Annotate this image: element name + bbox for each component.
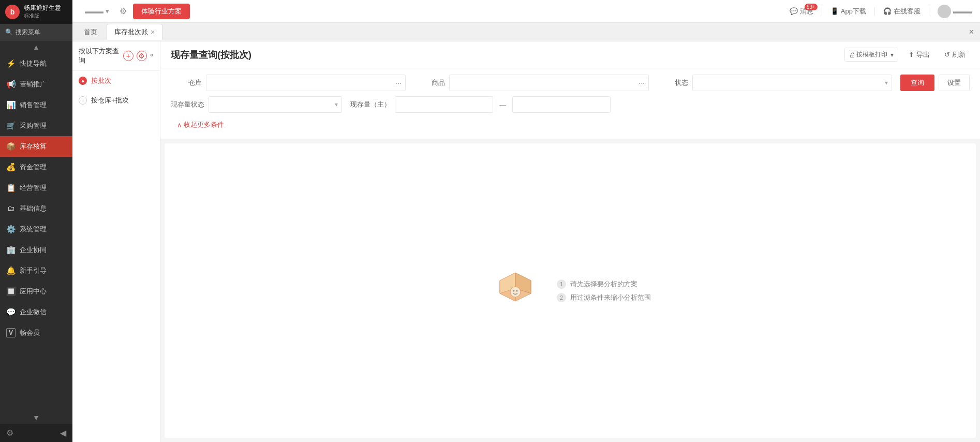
form-row-1: 仓库 ··· 商品 ··· 状态 — [171, 75, 970, 91]
warehouse-input[interactable] — [206, 75, 406, 91]
filter-panel-title: 按以下方案查询 — [79, 47, 123, 65]
topbar-settings-icon[interactable]: ⚙ — [117, 4, 129, 18]
sidebar-footer: ⚙ ◀ — [0, 424, 72, 442]
scroll-up-btn[interactable]: ▲ — [0, 41, 72, 53]
filter-panel-header: 按以下方案查询 + ⚙ « — [72, 41, 160, 71]
sidebar-item-operations[interactable]: 📋 经营管理 — [0, 178, 72, 198]
sidebar-item-marketing[interactable]: 📢 营销推广 — [0, 74, 72, 95]
sidebar-item-label: 企业协同 — [20, 245, 47, 255]
empty-tip-2: 2 用过滤条件来缩小分析范围 — [557, 293, 651, 302]
main-content: 现存量查询(按批次) 🖨 按模板打印 ▾ ⬆ 导出 ↺ 刷新 — [160, 41, 980, 442]
sidebar-item-vip[interactable]: V 畅会员 — [0, 322, 72, 343]
mobile-icon: 📱 — [830, 7, 839, 15]
filter-item-batch[interactable]: ● 按批次 — [72, 71, 160, 91]
form-row-2: 现存量状态 ▾ 现存量（主） — — [171, 96, 970, 113]
marketing-icon: 📢 — [6, 80, 16, 89]
filter-label-batch: 按批次 — [91, 76, 111, 85]
sidebar-item-wechat[interactable]: 💬 企业微信 — [0, 302, 72, 322]
svg-point-6 — [516, 290, 518, 291]
refresh-icon: ↺ — [944, 51, 950, 58]
sidebar-item-purchase[interactable]: 🛒 采购管理 — [0, 115, 72, 136]
tab-close-right-icon[interactable]: × — [967, 25, 976, 39]
app-name: 畅康通好生意 — [24, 4, 61, 12]
experience-btn[interactable]: 体验行业方案 — [133, 4, 190, 19]
print-label: 按模板打印 — [856, 50, 887, 59]
add-filter-btn[interactable]: + — [123, 51, 133, 61]
search-icon: 🔍 — [5, 28, 13, 36]
filter-dot-warehouse-batch: ○ — [79, 96, 87, 105]
tab-home[interactable]: 首页 — [77, 24, 105, 40]
filter-settings-btn[interactable]: ⚙ — [137, 51, 147, 61]
collapse-filter-icon[interactable]: « — [150, 51, 154, 61]
collapse-sidebar-icon[interactable]: ◀ — [60, 428, 66, 438]
app-download-btn[interactable]: 📱 App下载 — [830, 7, 866, 16]
product-more-btn[interactable]: ··· — [639, 79, 645, 87]
main-area: ▬▬▬ ▾ ⚙ 体验行业方案 💬 消息 99+ 📱 App下载 🎧 在线客服 — [72, 0, 980, 442]
sidebar-item-app-center[interactable]: 🔲 应用中心 — [0, 281, 72, 302]
query-btn[interactable]: 查询 — [900, 75, 934, 91]
tabs-bar: 首页 库存批次账 × × — [72, 23, 980, 41]
warehouse-more-btn[interactable]: ··· — [395, 79, 402, 87]
sidebar-item-label: 基础信息 — [20, 204, 47, 213]
filter-item-warehouse-batch[interactable]: ○ 按仓库+批次 — [72, 91, 160, 110]
sidebar-item-label: 系统管理 — [20, 225, 47, 234]
settings-footer-icon[interactable]: ⚙ — [6, 428, 13, 438]
sidebar-item-basic[interactable]: 🗂 基础信息 — [0, 198, 72, 219]
tab-close-icon[interactable]: × — [151, 28, 155, 36]
company-dropdown-icon: ▾ — [106, 7, 109, 15]
purchase-icon: 🛒 — [6, 121, 16, 130]
sidebar-item-label: 新手引导 — [20, 266, 47, 275]
top-bar: ▬▬▬ ▾ ⚙ 体验行业方案 💬 消息 99+ 📱 App下载 🎧 在线客服 — [72, 0, 980, 23]
sidebar-header: b 畅康通好生意 标准版 — [0, 0, 72, 24]
basic-icon: 🗂 — [6, 204, 16, 213]
inventory-amount-max-input[interactable] — [512, 96, 611, 113]
product-input[interactable] — [449, 75, 649, 91]
tab-inventory-batch[interactable]: 库存批次账 × — [107, 24, 162, 40]
sidebar-item-label: 资金管理 — [20, 163, 47, 172]
svg-point-4 — [510, 287, 521, 297]
refresh-btn[interactable]: ↺ 刷新 — [940, 48, 970, 62]
sidebar-item-label: 企业微信 — [20, 307, 47, 317]
sidebar-item-enterprise[interactable]: 🏢 企业协同 — [0, 240, 72, 260]
form-settings-btn[interactable]: 设置 — [939, 75, 970, 91]
sidebar-item-new-guide[interactable]: 🔔 新手引导 — [0, 260, 72, 281]
sidebar: b 畅康通好生意 标准版 🔍 搜索菜单 ▲ ⚡ 快捷导航 📢 营销推广 📊 销售… — [0, 0, 72, 442]
finance-icon: 💰 — [6, 163, 16, 172]
sidebar-item-quick-nav[interactable]: ⚡ 快捷导航 — [0, 53, 72, 74]
page-header: 现存量查询(按批次) 🖨 按模板打印 ▾ ⬆ 导出 ↺ 刷新 — [160, 41, 980, 68]
content-area: 按以下方案查询 + ⚙ « ● 按批次 ○ 按仓库+批次 — [72, 41, 980, 442]
sidebar-item-finance[interactable]: 💰 资金管理 — [0, 157, 72, 178]
new-guide-icon: 🔔 — [6, 266, 16, 275]
status-select[interactable]: 全部 — [692, 75, 892, 91]
operations-icon: 📋 — [6, 183, 16, 193]
export-icon: ⬆ — [909, 51, 914, 58]
filter-dot-batch: ● — [79, 77, 87, 85]
sidebar-item-inventory[interactable]: 📦 库存核算 — [0, 136, 72, 157]
online-support-btn[interactable]: 🎧 在线客服 — [883, 7, 920, 16]
collapse-label: 收起更多条件 — [184, 120, 224, 129]
sidebar-item-system[interactable]: ⚙️ 系统管理 — [0, 219, 72, 240]
scroll-down-btn[interactable]: ▼ — [0, 411, 72, 424]
inventory-status-field: 现存量状态 ▾ — [171, 96, 342, 113]
empty-state: 1 请先选择要分析的方案 2 用过滤条件来缩小分析范围 — [165, 143, 976, 438]
user-menu-btn[interactable]: ▬▬▬ — [938, 5, 972, 18]
company-name: ▬▬▬ — [85, 8, 103, 15]
page-title: 现存量查询(按批次) — [171, 49, 251, 61]
print-template-btn[interactable]: 🖨 按模板打印 ▾ — [844, 48, 898, 62]
search-menu[interactable]: 🔍 搜索菜单 — [0, 24, 72, 41]
sidebar-item-sales[interactable]: 📊 销售管理 — [0, 95, 72, 115]
tab-inventory-batch-label: 库存批次账 — [114, 27, 148, 37]
collapse-more-btn[interactable]: ∧ 收起更多条件 — [171, 117, 970, 132]
inventory-status-select[interactable] — [209, 96, 342, 113]
empty-icon — [489, 265, 541, 317]
company-dropdown[interactable]: ▬▬▬ ▾ — [81, 5, 113, 17]
export-btn[interactable]: ⬆ 导出 — [904, 48, 934, 62]
inventory-amount-field: 现存量（主） — — [350, 96, 611, 113]
search-form: 仓库 ··· 商品 ··· 状态 — [160, 68, 980, 139]
messages-btn[interactable]: 💬 消息 99+ — [790, 7, 813, 16]
inventory-amount-label: 现存量（主） — [350, 100, 391, 109]
warehouse-field: 仓库 ··· — [171, 75, 406, 91]
product-label: 商品 — [414, 78, 445, 87]
inventory-amount-min-input[interactable] — [395, 96, 493, 113]
status-field: 状态 全部 ▾ — [657, 75, 892, 91]
